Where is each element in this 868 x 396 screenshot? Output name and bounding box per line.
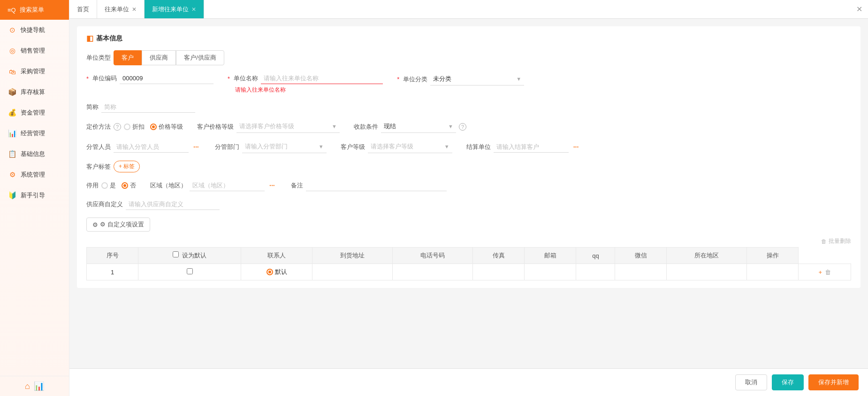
- customer-price-level-select[interactable]: 请选择客户价格等级 ▼: [236, 120, 340, 133]
- pricing-label: 定价方法: [86, 123, 111, 131]
- tab-close-contacts[interactable]: ✕: [132, 6, 137, 13]
- tab-new-contact[interactable]: 新增往来单位✕: [145, 0, 204, 18]
- unit-category-select[interactable]: 未分类 ▼: [430, 73, 524, 85]
- sidebar-item-finance[interactable]: 💰资金管理: [0, 102, 69, 123]
- code-name-row: * 单位编码 * 单位名称 请输入往来单位名称 * 单位分类: [86, 73, 851, 94]
- sidebar-item-label-new-guide: 新手引导: [21, 191, 45, 200]
- custom-settings-label: ⚙ 自定义项设置: [100, 220, 144, 229]
- unit-type-customer-btn[interactable]: 客户: [114, 50, 142, 65]
- unit-name-inline: * 单位名称: [228, 73, 383, 84]
- unit-code-input[interactable]: [120, 73, 213, 84]
- sidebar-item-quick-nav[interactable]: ⊙快捷导航: [0, 20, 69, 40]
- sales-icon: ◎: [8, 46, 17, 55]
- tab-close-new-contact[interactable]: ✕: [191, 6, 196, 13]
- customer-level-select[interactable]: 请选择客户等级 ▼: [368, 140, 452, 153]
- disabled-yes-option[interactable]: 是: [101, 181, 116, 190]
- unit-category-value: 未分类: [433, 75, 451, 83]
- settlement-more-btn[interactable]: ···: [571, 143, 581, 151]
- save-button[interactable]: 保存: [772, 374, 804, 390]
- chart-icon[interactable]: 📊: [34, 381, 44, 391]
- pricing-help-icon[interactable]: ?: [114, 123, 121, 131]
- add-row-btn[interactable]: +: [818, 269, 822, 276]
- sidebar-item-inventory[interactable]: 📦库存核算: [0, 82, 69, 102]
- new-guide-icon: 🔰: [8, 191, 17, 200]
- sidebar-item-label-purchase: 采购管理: [21, 67, 45, 76]
- batch-delete-icon: 🗑: [821, 238, 827, 245]
- system-icon: ⚙: [8, 170, 17, 179]
- settlement-unit-field: 结算单位 ···: [466, 141, 581, 153]
- region-more-btn[interactable]: ···: [267, 182, 277, 189]
- delete-row-btn[interactable]: 🗑: [825, 269, 831, 276]
- supplier-custom-field: 供应商自定义: [86, 199, 220, 210]
- disabled-no-label: 否: [130, 181, 136, 190]
- finance-icon: 💰: [8, 108, 17, 117]
- cancel-button[interactable]: 取消: [735, 374, 767, 390]
- quick-nav-icon: ⊙: [8, 25, 17, 35]
- tab-contacts[interactable]: 往来单位✕: [97, 0, 145, 18]
- unit-code-field: * 单位编码: [86, 73, 213, 84]
- sidebar-bottom: ⌂ 📊: [0, 376, 69, 396]
- payment-help-icon[interactable]: ?: [459, 123, 466, 131]
- payment-terms-label: 收款条件: [354, 123, 378, 131]
- region-field: 区域（地区） ···: [150, 180, 277, 191]
- table-header-cell: 序号: [87, 248, 138, 264]
- disabled-yes-radio: [101, 182, 108, 189]
- manager-input[interactable]: [114, 141, 189, 153]
- abbr-input[interactable]: [101, 101, 195, 113]
- sidebar-item-sales[interactable]: ◎销售管理: [0, 40, 69, 61]
- table-row: 1默认+🗑: [87, 264, 851, 280]
- disabled-no-option[interactable]: 否: [122, 181, 136, 190]
- department-field: 分管部门 请输入分管部门 ▼: [215, 140, 327, 153]
- pricing-level-option[interactable]: 价格等级: [150, 123, 183, 131]
- unit-cat-required: *: [397, 76, 399, 83]
- payment-terms-select[interactable]: 现结 ▼: [381, 120, 456, 133]
- unit-type-both-btn[interactable]: 客户/供应商: [176, 50, 224, 65]
- manager-more-btn[interactable]: ···: [191, 143, 201, 151]
- basic-info-card: ◧ 基本信息 单位类型 客户 供应商 客户/供应商 * 单位编码: [77, 26, 860, 288]
- region-input[interactable]: [190, 180, 265, 191]
- sidebar-item-label-inventory: 库存核算: [21, 88, 45, 96]
- sidebar-item-label-finance: 资金管理: [21, 109, 45, 117]
- sidebar-search-label: 搜索菜单: [20, 6, 44, 14]
- sidebar-item-purchase[interactable]: 🛍采购管理: [0, 61, 69, 82]
- tab-home[interactable]: 首页: [69, 0, 97, 18]
- remark-field: 备注: [291, 180, 447, 191]
- custom-settings-button[interactable]: ⚙ ⚙ 自定义项设置: [86, 217, 150, 232]
- remark-input[interactable]: [306, 180, 447, 191]
- remark-label: 备注: [291, 181, 303, 190]
- table-cell-operations: +🗑: [799, 264, 851, 280]
- supplier-custom-input[interactable]: [126, 199, 220, 210]
- row-checkbox[interactable]: [187, 268, 193, 274]
- tab-label-home: 首页: [77, 5, 89, 14]
- table-cell-邮箱: [576, 264, 615, 280]
- unit-name-input[interactable]: [261, 73, 383, 84]
- cust-level-chevron-icon: ▼: [444, 144, 449, 149]
- select-all-checkbox[interactable]: [173, 251, 179, 257]
- sidebar-item-label-operations: 经营管理: [21, 129, 45, 138]
- pricing-discount-label: 折扣: [132, 123, 145, 131]
- settlement-unit-label: 结算单位: [466, 143, 491, 151]
- customer-level-label: 客户等级: [341, 143, 365, 151]
- manager-field: 分管人员 ···: [86, 141, 201, 153]
- sidebar-item-system[interactable]: ⚙系统管理: [0, 164, 69, 185]
- disabled-row: 停用 是 否 区域（地区） ···: [86, 180, 851, 191]
- customer-price-level-field: 客户价格等级 请选择客户价格等级 ▼: [197, 120, 340, 133]
- pricing-discount-option[interactable]: 折扣: [124, 123, 145, 131]
- add-tag-button[interactable]: + 标签: [114, 161, 140, 172]
- sidebar-search[interactable]: ≡Q 搜索菜单: [0, 0, 69, 20]
- table-header-cell: 微信: [615, 248, 667, 264]
- unit-code-label: 单位编码: [92, 74, 117, 83]
- sidebar-item-operations[interactable]: 📊经营管理: [0, 123, 69, 144]
- home-icon[interactable]: ⌂: [25, 381, 30, 391]
- sidebar-item-basic-info[interactable]: 📋基础信息: [0, 144, 69, 164]
- sidebar: ≡Q 搜索菜单 ⊙快捷导航◎销售管理🛍采购管理📦库存核算💰资金管理📊经营管理📋基…: [0, 0, 69, 396]
- sidebar-item-new-guide[interactable]: 🔰新手引导: [0, 185, 69, 206]
- save-and-new-button[interactable]: 保存并新增: [808, 374, 859, 390]
- payment-terms-chevron-icon: ▼: [448, 124, 453, 129]
- close-all-tabs-button[interactable]: ✕: [851, 0, 868, 18]
- disabled-label: 停用: [86, 181, 99, 190]
- batch-delete-label[interactable]: 批量删除: [829, 237, 851, 245]
- department-select[interactable]: 请输入分管部门 ▼: [242, 140, 327, 153]
- unit-type-supplier-btn[interactable]: 供应商: [142, 50, 176, 65]
- settlement-unit-input[interactable]: [494, 141, 569, 153]
